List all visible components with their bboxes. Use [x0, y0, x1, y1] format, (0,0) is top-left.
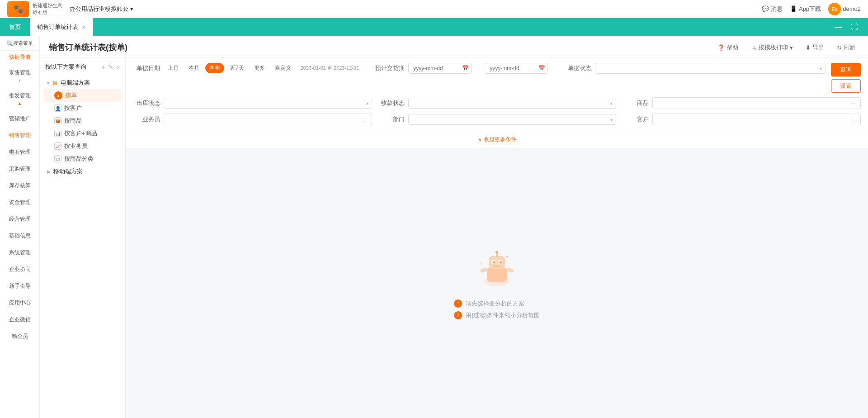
window-max-btn[interactable]: ⛶: [848, 21, 861, 33]
preset-this-year[interactable]: 本年: [205, 63, 224, 73]
sidebar-item-quicknav[interactable]: 快捷导航: [0, 51, 39, 64]
collapse-bar[interactable]: ∧ 收起更多条件: [126, 131, 868, 148]
panel-header: 按以下方案查询 + ✎ «: [40, 61, 125, 75]
tab-sales-order[interactable]: 销售订单统计表 ×: [30, 18, 93, 36]
scheme-item-按单[interactable]: ● 按单: [43, 89, 122, 102]
header-actions: ❓ 帮助 🖨 按模板打印 ▾ ⬇ 导出 ↻ 刷新: [714, 42, 859, 53]
right-panel: 单据日期 上月 本月 本年 近7天 更多 自定义 2023-01-01 至 20…: [126, 57, 868, 418]
search-icon: 🔍: [6, 40, 13, 47]
sidebar-item-sales[interactable]: 销售管理: [0, 127, 39, 144]
scheme-item-按客户+商品[interactable]: 📊 按客户+商品: [43, 127, 122, 140]
expected-date-filter: 预计交货期 —: [375, 63, 548, 74]
product-icon: 📦: [54, 117, 61, 124]
tree-pc-section[interactable]: ▾ 🖥 电脑端方案: [43, 76, 122, 89]
scheme-item-按业务员[interactable]: 📈 按业务员: [43, 140, 122, 152]
help-btn[interactable]: ❓ 帮助: [714, 42, 742, 53]
payment-status-filter: 收款状态: [377, 98, 617, 109]
chevron-up-icon: ▲: [18, 101, 22, 106]
workspace-selector[interactable]: 办公用品行业模拟账套 ▾: [66, 3, 137, 15]
preset-custom[interactable]: 自定义: [271, 63, 295, 73]
sidebar-item-basic[interactable]: 基础信息: [0, 228, 39, 244]
out-status-filter: 出库状态: [133, 98, 372, 109]
collapse-panel-icon[interactable]: «: [116, 63, 120, 71]
expected-date-from[interactable]: [408, 63, 472, 74]
preset-last-month[interactable]: 上月: [164, 63, 183, 73]
panel-toolbar: + ✎ «: [102, 63, 120, 71]
preset-more[interactable]: 更多: [250, 63, 269, 73]
tabbar-actions: — ⛶: [832, 21, 868, 33]
customer-input[interactable]: ···: [652, 114, 861, 125]
sidebar-item-purchase[interactable]: 采购管理: [0, 161, 39, 177]
edit-scheme-icon[interactable]: ✎: [108, 63, 113, 71]
status-filter: 单据状态: [564, 63, 826, 74]
dept-select[interactable]: [408, 114, 617, 125]
date-presets: 上月 本月 本年 近7天 更多 自定义: [164, 63, 295, 73]
sidebar-item-operations[interactable]: 经营管理: [0, 211, 39, 228]
expected-date-to[interactable]: [485, 63, 548, 74]
payment-status-select[interactable]: [408, 98, 617, 109]
tree-mobile-section[interactable]: ▶ 移动端方案: [43, 165, 122, 178]
sidebar-item-wechat[interactable]: 企业微信: [0, 311, 39, 328]
preset-this-month[interactable]: 本月: [184, 63, 203, 73]
date-range-display: 2023-01-01 至 2023-12-31: [301, 65, 359, 71]
dept-filter: 部门: [377, 114, 617, 125]
goods-input[interactable]: ···: [652, 97, 861, 109]
window-min-btn[interactable]: —: [832, 21, 844, 33]
maximize-icon: ⛶: [851, 23, 858, 31]
tree-expand-icon: ▾: [47, 81, 49, 86]
category-icon: 🗂: [54, 155, 61, 162]
sidebar-item-finance[interactable]: 资金管理: [0, 194, 39, 211]
phone-icon: 📱: [790, 5, 797, 12]
sidebar-item-collab[interactable]: 企业协同: [0, 261, 39, 278]
svg-rect-1: [487, 267, 507, 282]
sidebar-item-member[interactable]: 畅会员: [0, 328, 39, 345]
empty-tip-1: 1 请先选择要分析的方案: [454, 299, 539, 308]
svg-point-8: [495, 251, 498, 253]
sidebar-item-appcenter[interactable]: 应用中心: [0, 294, 39, 311]
filter-area: 单据日期 上月 本月 本年 近7天 更多 自定义 2023-01-01 至 20…: [126, 57, 868, 131]
tab-close-icon[interactable]: ×: [82, 24, 85, 31]
print-btn[interactable]: 🖨 按模板打印 ▾: [747, 42, 797, 53]
user-menu[interactable]: Ea demo2: [828, 3, 861, 15]
avatar: Ea: [828, 3, 841, 15]
customer-more-icon: ···: [850, 116, 856, 123]
chevron-down-icon: ▾: [19, 78, 21, 83]
add-scheme-icon[interactable]: +: [102, 63, 105, 71]
sidebar-item-inventory[interactable]: 库存核算: [0, 177, 39, 194]
tabbar: 首页 销售订单统计表 × — ⛶: [0, 18, 868, 36]
scheme-item-按商品分类[interactable]: 🗂 按商品分类: [43, 152, 122, 165]
sidebar-item-newbie[interactable]: 新手引导: [0, 278, 39, 294]
sidebar-item-wholesale[interactable]: 批发管理 ▲: [0, 87, 39, 110]
refresh-btn[interactable]: ↻ 刷新: [833, 42, 859, 53]
logo: 🐾: [7, 1, 29, 17]
sidebar-item-marketing[interactable]: 营销推广: [0, 110, 39, 127]
empty-tip-2: 2 用[过滤]条件来缩小分析范围: [454, 311, 539, 319]
date-dash: —: [475, 65, 481, 72]
logo-text: 畅捷通好生意 标准版: [33, 2, 62, 15]
svg-rect-10: [480, 267, 488, 273]
tab-home[interactable]: 首页: [0, 18, 30, 36]
message-btn[interactable]: 💬 消息: [762, 5, 783, 13]
sidebar-item-ecommerce[interactable]: 电商管理: [0, 144, 39, 161]
date-filter: 单据日期 上月 本月 本年 近7天 更多 自定义 2023-01-01 至 20…: [133, 63, 359, 73]
expected-date-from-wrapper: [408, 63, 472, 74]
chevron-down-icon: ▾: [790, 44, 793, 51]
status-select[interactable]: [595, 63, 826, 74]
settings-button[interactable]: 设置: [831, 79, 861, 93]
sidebar-item-search[interactable]: 🔍 搜索菜单: [0, 36, 39, 51]
tree-expand-icon2: ▶: [47, 169, 51, 174]
scheme-item-按商品[interactable]: 📦 按商品: [43, 114, 122, 127]
goods-more-icon: ···: [850, 100, 856, 107]
main-layout: 🔍 搜索菜单 快捷导航 零售管理 ▾ 批发管理 ▲ 营销推广 销售管理 电商管理…: [0, 36, 868, 418]
app-download-btn[interactable]: 📱 App下载: [790, 5, 821, 13]
salesperson-input[interactable]: ···: [164, 114, 372, 125]
sidebar-item-system[interactable]: 系统管理: [0, 244, 39, 261]
scheme-item-按客户[interactable]: 👤 按客户: [43, 102, 122, 114]
filter-row-3: 业务员 ··· 部门: [133, 114, 861, 125]
export-btn[interactable]: ⬇ 导出: [802, 42, 828, 53]
filter-row-2: 出库状态 收款状态: [133, 97, 861, 109]
out-status-select[interactable]: [164, 98, 372, 109]
preset-7days[interactable]: 近7天: [226, 63, 248, 73]
sidebar-item-retail[interactable]: 零售管理 ▾: [0, 64, 39, 87]
query-button[interactable]: 查询: [831, 63, 861, 76]
